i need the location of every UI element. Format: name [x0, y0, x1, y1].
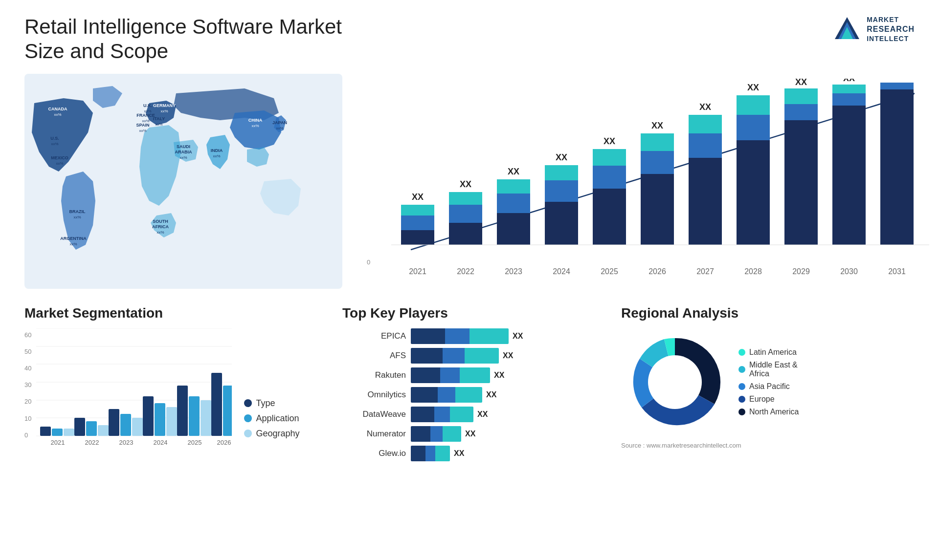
player-bar-container-dataweave: XX — [411, 407, 488, 422]
svg-text:xx%: xx% — [54, 112, 61, 117]
svg-text:2021: 2021 — [409, 267, 426, 276]
player-name-numerator: Numerator — [342, 429, 406, 439]
svg-rect-50 — [497, 179, 530, 194]
logo-icon — [832, 15, 862, 44]
svg-rect-48 — [497, 213, 530, 245]
svg-text:ARGENTINA: ARGENTINA — [60, 236, 87, 241]
svg-text:2023: 2023 — [505, 267, 522, 276]
svg-text:2025: 2025 — [188, 439, 202, 446]
svg-text:xx%: xx% — [155, 122, 162, 127]
svg-text:2022: 2022 — [85, 439, 99, 446]
svg-text:JAPAN: JAPAN — [272, 120, 287, 125]
player-name-rakuten: Rakuten — [342, 370, 406, 380]
svg-rect-108 — [109, 409, 119, 436]
svg-text:XX: XX — [891, 79, 903, 81]
legend-mea-label: Middle East &Africa — [749, 361, 798, 378]
svg-rect-112 — [143, 396, 154, 436]
svg-text:xx%: xx% — [156, 230, 164, 235]
svg-rect-65 — [641, 133, 674, 151]
svg-rect-40 — [401, 205, 434, 215]
svg-rect-45 — [449, 192, 482, 205]
svg-text:FRANCE: FRANCE — [136, 113, 155, 118]
svg-rect-73 — [737, 140, 770, 245]
svg-text:XX: XX — [651, 121, 663, 130]
player-row-dataweave: DataWeave XX — [342, 407, 606, 422]
player-bar-container-epica: XX — [411, 328, 523, 344]
svg-rect-78 — [784, 120, 818, 245]
legend-europe-label: Europe — [749, 395, 775, 404]
svg-text:GERMANY: GERMANY — [153, 103, 176, 108]
svg-rect-39 — [401, 215, 434, 230]
svg-text:XX: XX — [460, 179, 471, 189]
svg-text:XX: XX — [843, 79, 855, 83]
svg-rect-109 — [120, 414, 131, 436]
svg-text:XX: XX — [747, 83, 759, 92]
svg-rect-44 — [449, 205, 482, 223]
svg-point-123 — [648, 355, 702, 409]
svg-text:xx%: xx% — [69, 242, 77, 246]
svg-rect-88 — [880, 89, 914, 245]
svg-text:ITALY: ITALY — [153, 116, 165, 121]
player-bar-container-glew: XX — [411, 446, 464, 461]
svg-rect-53 — [545, 202, 578, 245]
svg-text:U.K.: U.K. — [143, 103, 152, 108]
player-value-dataweave: XX — [477, 410, 488, 419]
svg-rect-118 — [201, 400, 211, 436]
legend-asia-pacific: Asia Pacific — [738, 382, 799, 391]
svg-rect-58 — [593, 189, 626, 245]
legend-geography: Geography — [244, 429, 299, 439]
legend-application-label: Application — [256, 413, 299, 424]
header: Retail Intelligence Software Market Size… — [24, 15, 915, 64]
player-bar-numerator — [411, 426, 461, 442]
players-section: Top Key Players EPICA XX — [342, 305, 606, 461]
legend-north-america-label: North America — [749, 408, 799, 416]
player-row-numerator: Numerator XX — [342, 426, 606, 442]
svg-rect-79 — [784, 104, 818, 120]
player-row-glew: Glew.io XX — [342, 446, 606, 461]
svg-text:ARABIA: ARABIA — [175, 150, 192, 154]
svg-rect-85 — [832, 85, 866, 93]
svg-rect-59 — [593, 166, 626, 189]
svg-text:SAUDI: SAUDI — [177, 144, 190, 149]
svg-text:xx%: xx% — [73, 215, 81, 219]
svg-rect-105 — [86, 421, 97, 436]
growth-chart-section: 0 XX 2021 XX 2022 — [362, 74, 939, 296]
svg-rect-104 — [74, 418, 85, 436]
player-bar-container-afs: XX — [411, 348, 513, 364]
player-row-afs: AFS XX — [342, 348, 606, 364]
player-value-glew: XX — [454, 449, 464, 458]
player-name-omnilytics: Omnilytics — [342, 390, 406, 400]
player-bar-container-rakuten: XX — [411, 367, 504, 383]
regional-legend: Latin America Middle East &Africa Asia P… — [738, 348, 799, 416]
svg-rect-114 — [166, 407, 177, 436]
svg-text:2029: 2029 — [792, 267, 810, 276]
svg-text:CHINA: CHINA — [248, 118, 263, 123]
segmentation-section: Market Segmentation 0 10 20 30 40 50 60 — [24, 305, 328, 461]
legend-type-dot — [244, 399, 252, 407]
svg-text:xx%: xx% — [56, 161, 63, 166]
svg-text:2027: 2027 — [696, 267, 714, 276]
logo: MARKET RESEARCH INTELLECT — [832, 15, 915, 44]
svg-text:BRAZIL: BRAZIL — [69, 209, 86, 214]
svg-text:2030: 2030 — [840, 267, 858, 276]
regional-title: Regional Analysis — [621, 305, 915, 321]
player-bar-epica — [411, 328, 509, 344]
svg-text:XX: XX — [699, 102, 711, 112]
player-value-omnilytics: XX — [486, 390, 496, 399]
legend-latin-america-label: Latin America — [749, 348, 797, 357]
svg-text:XX: XX — [412, 192, 424, 202]
segmentation-title: Market Segmentation — [24, 305, 328, 321]
segmentation-chart: 2021 2022 2023 — [36, 328, 232, 451]
legend-type-label: Type — [256, 398, 275, 409]
legend-latin-america: Latin America — [738, 348, 799, 357]
svg-rect-83 — [832, 106, 866, 245]
svg-text:xx%: xx% — [51, 142, 58, 146]
legend-europe: Europe — [738, 395, 799, 404]
svg-text:2031: 2031 — [888, 267, 906, 276]
source-text: Source : www.marketresearchintellect.com — [621, 442, 741, 449]
player-bar-omnilytics — [411, 387, 482, 403]
svg-text:CANADA: CANADA — [48, 107, 67, 111]
svg-rect-68 — [689, 158, 722, 245]
legend-application: Application — [244, 413, 299, 424]
legend-type: Type — [244, 398, 299, 409]
